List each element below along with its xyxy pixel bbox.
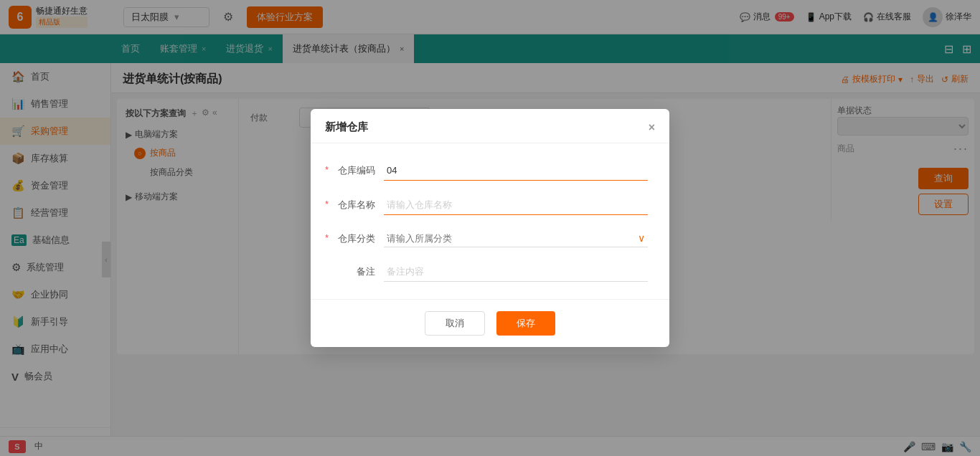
- dialog-title: 新增仓库: [325, 120, 368, 134]
- dialog-code-row: 仓库编码: [332, 161, 648, 181]
- modal-overlay[interactable]: 新增仓库 × 仓库编码 仓库名称 仓库分类 ∨: [0, 0, 980, 456]
- dialog-name-input[interactable]: [384, 195, 648, 215]
- dialog-category-row: 仓库分类 ∨: [332, 229, 648, 247]
- dialog-note-row: 备注: [332, 262, 648, 282]
- cancel-button[interactable]: 取消: [425, 311, 485, 336]
- dialog-category-wrapper: ∨: [384, 229, 648, 247]
- dialog-code-input[interactable]: [384, 161, 648, 181]
- dialog-code-label: 仓库编码: [332, 164, 375, 177]
- save-button[interactable]: 保存: [496, 311, 555, 336]
- dialog-note-input[interactable]: [384, 262, 648, 282]
- dialog-category-label: 仓库分类: [332, 232, 375, 245]
- dialog-name-row: 仓库名称: [332, 195, 648, 215]
- dialog-close-icon[interactable]: ×: [649, 121, 655, 134]
- dialog-category-input[interactable]: [387, 233, 638, 244]
- dialog-name-label: 仓库名称: [332, 199, 375, 212]
- dialog-header: 新增仓库 ×: [311, 109, 669, 143]
- dialog-category-arrow-icon[interactable]: ∨: [638, 232, 645, 244]
- dialog-footer: 取消 保存: [311, 299, 669, 347]
- new-warehouse-dialog: 新增仓库 × 仓库编码 仓库名称 仓库分类 ∨: [311, 109, 669, 347]
- dialog-note-label: 备注: [332, 265, 375, 278]
- dialog-body: 仓库编码 仓库名称 仓库分类 ∨ 备注: [311, 143, 669, 299]
